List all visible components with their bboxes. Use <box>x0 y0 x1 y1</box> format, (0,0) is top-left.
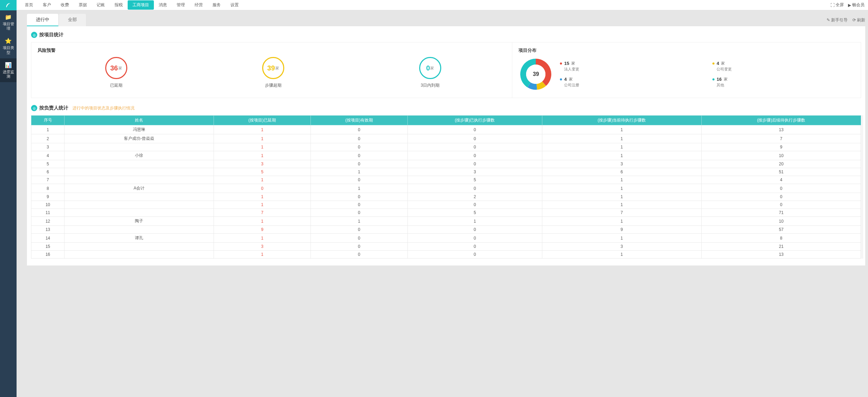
guide-label: 新手引导 <box>831 17 848 23</box>
sidebar-label: 进度监测 <box>1 70 15 79</box>
table-cell: 71 <box>701 209 861 217</box>
table-row[interactable]: 1010010 <box>31 201 861 209</box>
table-row[interactable]: 5300320 <box>31 160 861 168</box>
table-row[interactable]: 310019 <box>31 143 861 151</box>
table-row[interactable]: 910210 <box>31 193 861 201</box>
table-cell: 0 <box>407 243 542 251</box>
sidebar-item-1[interactable]: ⭐项目类型 <box>0 34 17 58</box>
legend-item-0[interactable]: 15家法人变更 <box>560 61 702 72</box>
risk-unit: 家 <box>430 66 434 71</box>
tab-1[interactable]: 全部 <box>59 14 86 26</box>
fullscreen-label: 全屏 <box>836 2 844 8</box>
table-row[interactable]: 13900957 <box>31 226 861 234</box>
nav-item-9[interactable]: 经营 <box>190 0 208 10</box>
sidebar-item-0[interactable]: 📁项目管理 <box>0 10 17 34</box>
member-button[interactable]: ▶ 畅会员 <box>848 2 865 8</box>
table-row[interactable]: 15300321 <box>31 243 861 251</box>
table-cell: 1 <box>214 176 311 184</box>
table-cell: 16 <box>31 251 65 259</box>
risk-label: 已延期 <box>105 83 127 88</box>
section-badge-icon: ◎ <box>31 32 37 38</box>
table-cell <box>65 193 214 201</box>
nav-item-0[interactable]: 首页 <box>20 0 38 10</box>
legend-value: 4 <box>717 61 719 66</box>
risk-circle-1[interactable]: 39家步骤超期 <box>262 57 284 88</box>
table-cell: 1 <box>31 125 65 134</box>
table-cell: 0 <box>407 151 542 160</box>
refresh-button[interactable]: ⟳ 刷新 <box>852 17 865 23</box>
legend-item-2[interactable]: 4家公司注册 <box>560 77 702 88</box>
scroll-indicator[interactable] <box>860 115 863 259</box>
table-cell: 0 <box>311 125 408 134</box>
table-cell: 0 <box>407 201 542 209</box>
refresh-label: 刷新 <box>857 17 865 23</box>
app-logo[interactable] <box>0 0 17 10</box>
table-cell <box>65 201 214 209</box>
table-row[interactable]: 710514 <box>31 176 861 184</box>
table-cell: 3 <box>214 243 311 251</box>
nav-item-1[interactable]: 客户 <box>38 0 56 10</box>
table-cell: 13 <box>701 125 861 134</box>
nav-item-4[interactable]: 记账 <box>92 0 110 10</box>
nav-item-10[interactable]: 服务 <box>208 0 226 10</box>
legend-item-1[interactable]: 4家公司变更 <box>712 61 855 72</box>
nav-item-7[interactable]: 消息 <box>154 0 172 10</box>
table-cell: 2 <box>407 193 542 201</box>
table-row[interactable]: 12陶子111110 <box>31 217 861 226</box>
table-cell: 0 <box>311 193 408 201</box>
table-cell: 4 <box>31 151 65 160</box>
risk-circle-0[interactable]: 36家已延期 <box>105 57 127 88</box>
table-cell: 0 <box>311 176 408 184</box>
table-cell: 1 <box>214 151 311 160</box>
fullscreen-button[interactable]: ⛶ 全屏 <box>830 2 844 8</box>
nav-item-8[interactable]: 管理 <box>172 0 190 10</box>
table-row[interactable]: 6513651 <box>31 168 861 176</box>
col-header-2: (按项目)已延期 <box>214 116 311 125</box>
sidebar-item-2[interactable]: 📊进度监测 <box>0 58 17 82</box>
table-row[interactable]: 16100113 <box>31 251 861 259</box>
nav-item-6[interactable]: 工商项目 <box>128 0 154 10</box>
table-cell: 14 <box>31 234 65 243</box>
table-cell: 0 <box>407 226 542 234</box>
table-cell: 12 <box>31 217 65 226</box>
risk-circle-2[interactable]: 0家3日内到期 <box>419 57 441 88</box>
table-cell: 1 <box>542 176 701 184</box>
col-header-0: 序号 <box>31 116 65 125</box>
table-cell: 21 <box>701 243 861 251</box>
table-cell: 5 <box>214 168 311 176</box>
table-row[interactable]: 1冯慧琳100113 <box>31 125 861 134</box>
dist-card-title: 项目分布 <box>519 47 855 54</box>
section-title: 按负责人统计 <box>39 105 68 111</box>
nav-item-2[interactable]: 收费 <box>56 0 74 10</box>
legend-dot-icon <box>560 62 562 65</box>
table-cell: 3 <box>542 160 701 168</box>
table-row[interactable]: 14谭孔10018 <box>31 234 861 243</box>
table-cell: 7 <box>542 209 701 217</box>
table-cell: 1 <box>542 125 701 134</box>
table-row[interactable]: 2客户成功-曾焱焱10017 <box>31 134 861 143</box>
table-cell: 4 <box>701 176 861 184</box>
table-cell: 51 <box>701 168 861 176</box>
table-row[interactable]: 4小徐100110 <box>31 151 861 160</box>
table-cell: 1 <box>311 168 408 176</box>
risk-value: 39 <box>267 64 275 72</box>
table-cell: 0 <box>407 251 542 259</box>
legend-label: 公司注册 <box>564 83 702 88</box>
risk-unit: 家 <box>118 66 122 71</box>
guide-button[interactable]: ✎ 新手引导 <box>827 17 848 23</box>
legend-dot-icon <box>712 62 714 65</box>
legend-item-3[interactable]: 16家其他 <box>712 77 855 88</box>
table-cell: 0 <box>407 234 542 243</box>
table-row[interactable]: 8A会计01010 <box>31 184 861 193</box>
table-cell: 2 <box>31 134 65 143</box>
nav-item-5[interactable]: 报税 <box>110 0 128 10</box>
table-cell: 3 <box>542 243 701 251</box>
nav-item-11[interactable]: 设置 <box>226 0 244 10</box>
nav-item-3[interactable]: 票据 <box>74 0 92 10</box>
table-cell: 13 <box>31 226 65 234</box>
table-cell: 8 <box>701 234 861 243</box>
tab-0[interactable]: 进行中 <box>27 14 58 26</box>
section-title: 按项目统计 <box>39 32 63 38</box>
table-cell: 0 <box>407 125 542 134</box>
table-row[interactable]: 11705771 <box>31 209 861 217</box>
